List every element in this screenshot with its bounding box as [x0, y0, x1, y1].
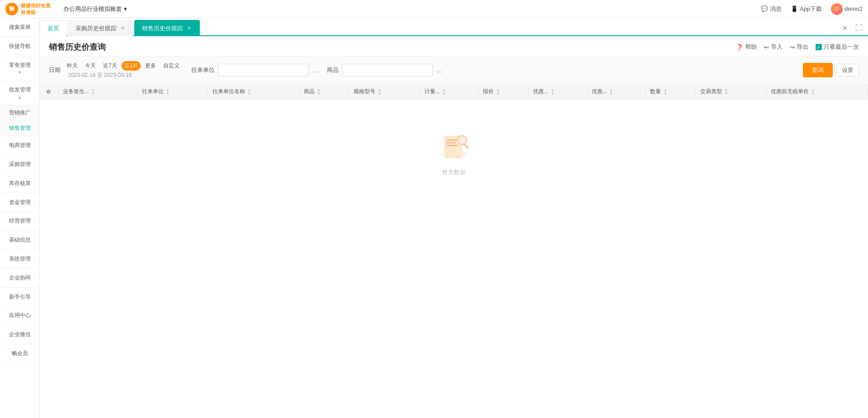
table-col-discount1[interactable]: 优惠... ▲▼ [528, 84, 587, 100]
maximize-button[interactable]: ⛶ [854, 23, 864, 33]
table-col-spec[interactable]: 规格型号 ▲▼ [349, 84, 420, 100]
sort-icon: ▲▼ [166, 88, 170, 95]
date-btn-1month[interactable]: 近1月 [122, 61, 141, 71]
app-selector[interactable]: 办公用品行业模拟账套 ▾ [63, 5, 127, 13]
sidebar-item-retail-mgmt[interactable]: 零售管理 ▾ [0, 56, 39, 81]
sidebar-item-enterprise-wechat[interactable]: 企业微信 [0, 325, 39, 344]
table-col-unit[interactable]: 计量... ▲▼ [420, 84, 478, 100]
tab-close-purchase[interactable]: ✕ [119, 25, 126, 32]
table-col-partner-name[interactable]: 往来单位名称 ▲▼ [208, 84, 299, 100]
table-col-pre-tax-price[interactable]: 优惠前无税单价 ▲▼ [766, 84, 868, 100]
chevron-up-icon: ▴ [19, 95, 21, 100]
data-table: ⚙ 业务发生... ▲▼ 往来单位 ▲▼ 往来单位名称 [40, 84, 868, 100]
tab-sales-history[interactable]: 销售历史价跟踪 ✕ [134, 20, 200, 36]
page-title: 销售历史价查询 [49, 42, 106, 52]
date-btn-yesterday[interactable]: 昨天 [64, 61, 80, 71]
sidebar-item-purchase-mgmt[interactable]: 采购管理 [0, 155, 39, 174]
export-icon: ↪ [790, 44, 795, 51]
table-area: ⚙ 业务发生... ▲▼ 往来单位 ▲▼ 往来单位名称 [40, 84, 868, 418]
chevron-down-icon: ▾ [124, 5, 127, 12]
only-last-checkbox[interactable]: ✓ 只看最后一次 [816, 43, 859, 51]
sidebar-item-ops-mgmt[interactable]: 经营管理 [0, 212, 39, 231]
table-col-discount2[interactable]: 优惠... ▲▼ [587, 84, 646, 100]
download-icon: 📱 [791, 5, 798, 12]
empty-icon [436, 127, 472, 163]
goods-ellipsis-button[interactable]: ... [436, 66, 442, 74]
sidebar-item-finance-mgmt[interactable]: 资金管理 [0, 193, 39, 212]
date-filter-label: 日期 [49, 66, 61, 74]
help-button[interactable]: ❓ 帮助 [736, 43, 757, 51]
sort-icon: ▲▼ [442, 88, 446, 95]
table-col-biz-date[interactable]: 业务发生... ▲▼ [58, 84, 137, 100]
checkbox-icon: ✓ [816, 44, 822, 50]
sidebar-item-search-menu[interactable]: 搜索菜单 [0, 18, 39, 37]
sidebar-item-vip-member[interactable]: 畅会员 [0, 344, 39, 363]
page-content: 销售历史价查询 ❓ 帮助 ↩ 导入 ↪ 导出 ✓ [40, 36, 868, 418]
sidebar-item-inventory[interactable]: 库存核算 [0, 174, 39, 193]
sidebar-item-system-mgmt[interactable]: 系统管理 [0, 250, 39, 269]
message-button[interactable]: 💬 消息 [761, 5, 782, 13]
tab-purchase-history[interactable]: 采购历史价跟踪 ✕ [68, 20, 133, 36]
close-window-button[interactable]: ✕ [839, 23, 850, 33]
date-shortcuts: 昨天 今天 近7天 近1月 更多 自定义 [64, 61, 182, 71]
goods-input[interactable] [342, 64, 433, 76]
sidebar-item-basic-info[interactable]: 基础信息 [0, 231, 39, 250]
goods-filter-group: 商品 ... [327, 64, 442, 76]
unit-input[interactable] [218, 64, 309, 76]
table-col-goods[interactable]: 商品 ▲▼ [299, 84, 349, 100]
tab-home[interactable]: 首页 [40, 20, 67, 36]
sidebar-item-newbie-guide[interactable]: 新手引导 [0, 288, 39, 307]
query-button[interactable]: 查询 [803, 63, 833, 77]
logo-text: 畅捷信好生意 标准版 [21, 2, 51, 15]
goods-filter-label: 商品 [327, 66, 339, 74]
user-profile-button[interactable]: D demo2 [831, 3, 863, 15]
empty-state: 暂无数据 [40, 100, 868, 204]
sort-icon: ▲▼ [664, 88, 667, 95]
svg-rect-3 [447, 142, 456, 143]
import-button[interactable]: ↩ 导入 [764, 43, 783, 51]
table-col-quantity[interactable]: 数量 ▲▼ [646, 84, 696, 100]
table-col-partner-code[interactable]: 往来单位 ▲▼ [137, 84, 208, 100]
unit-filter-group: 往来单位 ... [191, 64, 318, 76]
logo-icon: 畅 [5, 3, 18, 15]
help-icon: ❓ [736, 44, 743, 51]
filter-area: 日期 昨天 今天 近7天 近1月 更多 自定义 2023-02-18 至 202… [40, 57, 868, 84]
unit-filter-label: 往来单位 [191, 66, 215, 74]
import-icon: ↩ [764, 44, 769, 51]
sidebar: 搜索菜单 快捷导航 零售管理 ▾ 批发管理 ▴ 营销推广 销售管理 电商管理 采… [0, 18, 40, 418]
chevron-down-icon: ▾ [19, 70, 21, 75]
table-col-gear[interactable]: ⚙ [40, 84, 58, 100]
sidebar-item-sales-mgmt[interactable]: 销售管理 [0, 121, 39, 136]
sidebar-item-quick-nav[interactable]: 快捷导航 [0, 37, 39, 56]
tab-actions: ✕ ⛶ [839, 23, 868, 35]
avatar: D [831, 3, 843, 15]
gear-icon: ⚙ [46, 89, 51, 95]
date-btn-more[interactable]: 更多 [142, 61, 159, 71]
sort-icon: ▲▼ [91, 88, 95, 95]
app-download-button[interactable]: 📱 App下载 [791, 5, 822, 13]
page-header-actions: ❓ 帮助 ↩ 导入 ↪ 导出 ✓ 只看最后一次 [736, 43, 859, 51]
date-range-text: 2023-02-18 至 2023-03-18 [68, 71, 182, 79]
settings-button[interactable]: 设置 [836, 64, 859, 76]
table-header-row: ⚙ 业务发生... ▲▼ 往来单位 ▲▼ 往来单位名称 [40, 84, 868, 100]
date-btn-custom[interactable]: 自定义 [160, 61, 182, 71]
date-btn-7days[interactable]: 近7天 [100, 61, 120, 71]
date-btn-today[interactable]: 今天 [82, 61, 99, 71]
table-col-trade-type[interactable]: 交易类型 ▲▼ [696, 84, 766, 100]
export-button[interactable]: ↪ 导出 [790, 43, 808, 51]
date-filter-group: 日期 昨天 今天 近7天 近1月 更多 自定义 2023-02-18 至 202… [49, 61, 182, 79]
tab-close-sales[interactable]: ✕ [186, 25, 192, 32]
sort-icon: ▲▼ [496, 88, 500, 95]
sort-icon: ▲▼ [378, 88, 382, 95]
sidebar-item-marketing[interactable]: 营销推广 [0, 105, 39, 121]
sidebar-item-enterprise-collab[interactable]: 企业协同 [0, 269, 39, 288]
unit-ellipsis-button[interactable]: ... [312, 66, 318, 74]
sidebar-item-ecommerce-mgmt[interactable]: 电商管理 [0, 136, 39, 155]
sidebar-item-app-center[interactable]: 应用中心 [0, 306, 39, 325]
sidebar-item-wholesale-mgmt[interactable]: 批发管理 ▴ [0, 81, 39, 105]
table-col-quoted-price[interactable]: 报价 ▲▼ [478, 84, 528, 100]
header-left: 畅 畅捷信好生意 标准版 办公用品行业模拟账套 ▾ [5, 2, 127, 15]
sort-icon: ▲▼ [317, 88, 321, 95]
message-icon: 💬 [761, 5, 768, 12]
svg-line-7 [465, 145, 468, 148]
